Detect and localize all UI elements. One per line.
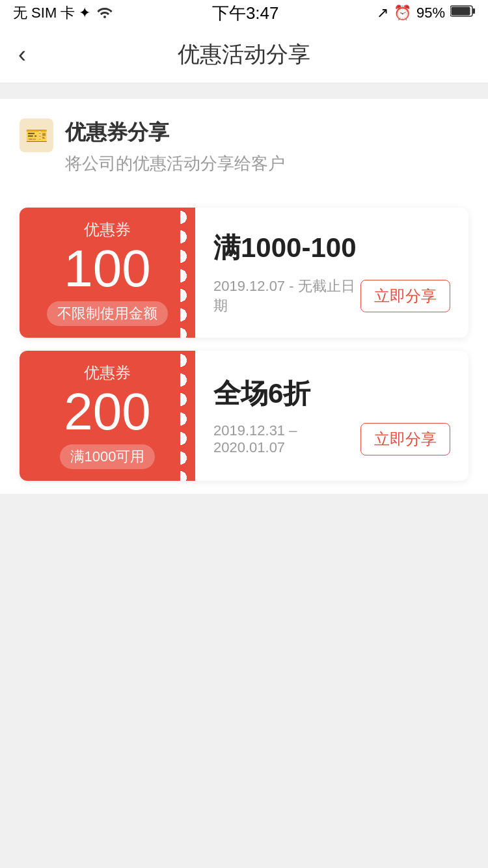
no-sim-text: 无 SIM 卡 ✦ <box>13 3 90 23</box>
coupon-amount-2: 200 <box>64 386 150 438</box>
coupon-right-1: 满1000-100 2019.12.07 - 无截止日期 立即分享 <box>195 208 468 338</box>
status-left: 无 SIM 卡 ✦ <box>13 3 114 23</box>
section-gap-top <box>0 83 488 99</box>
coupon-bottom-2: 2019.12.31 – 2020.01.07 立即分享 <box>213 422 450 456</box>
header-text: 优惠券分享 将公司的优惠活动分享给客户 <box>65 118 285 175</box>
coupon-condition-2: 满1000可用 <box>60 444 156 469</box>
coupon-card-1: 优惠券 100 不限制使用金额 满1000-100 2019.12.07 - 无… <box>20 208 468 338</box>
coupon-condition-1: 不限制使用金额 <box>47 301 168 326</box>
coupon-share-icon: 🎫 <box>20 118 53 152</box>
coupon-amount-1: 100 <box>64 243 150 295</box>
coupon-name-2: 全场6折 <box>213 375 450 412</box>
share-button-2[interactable]: 立即分享 <box>360 423 450 455</box>
header-subtitle: 将公司的优惠活动分享给客户 <box>65 152 285 175</box>
bottom-empty-area <box>0 494 488 852</box>
back-button[interactable]: ‹ <box>18 41 26 68</box>
status-bar: 无 SIM 卡 ✦ 下午3:47 ↗ ⏰ 95% <box>0 0 488 26</box>
coupon-bottom-1: 2019.12.07 - 无截止日期 立即分享 <box>213 277 450 316</box>
share-button-1[interactable]: 立即分享 <box>360 280 450 312</box>
header-section: 🎫 优惠券分享 将公司的优惠活动分享给客户 <box>0 99 488 195</box>
alarm-icon: ⏰ <box>394 5 411 21</box>
coupon-card-2: 优惠券 200 满1000可用 全场6折 2019.12.31 – 2020.0… <box>20 351 468 481</box>
wifi-icon <box>96 4 114 22</box>
status-right: ↗ ⏰ 95% <box>377 5 475 21</box>
coupon-left-1: 优惠券 100 不限制使用金额 <box>20 208 195 338</box>
header-title: 优惠券分享 <box>65 118 285 147</box>
coupon-date-1: 2019.12.07 - 无截止日期 <box>213 277 360 316</box>
coupon-label-1: 优惠券 <box>84 219 131 240</box>
coupon-name-1: 满1000-100 <box>213 230 450 266</box>
svg-text:🎫: 🎫 <box>25 125 48 146</box>
coupon-list: 优惠券 100 不限制使用金额 满1000-100 2019.12.07 - 无… <box>0 195 488 494</box>
page-title: 优惠活动分享 <box>178 40 310 70</box>
battery-icon <box>450 5 475 21</box>
location-icon: ↗ <box>377 5 388 21</box>
status-time: 下午3:47 <box>212 2 279 25</box>
coupon-date-2: 2019.12.31 – 2020.01.07 <box>213 422 360 456</box>
battery-text: 95% <box>416 5 445 21</box>
coupon-right-2: 全场6折 2019.12.31 – 2020.01.07 立即分享 <box>195 351 468 481</box>
svg-rect-1 <box>472 8 475 14</box>
nav-bar: ‹ 优惠活动分享 <box>0 26 488 83</box>
coupon-left-2: 优惠券 200 满1000可用 <box>20 351 195 481</box>
svg-rect-2 <box>451 7 470 16</box>
coupon-label-2: 优惠券 <box>84 362 131 383</box>
